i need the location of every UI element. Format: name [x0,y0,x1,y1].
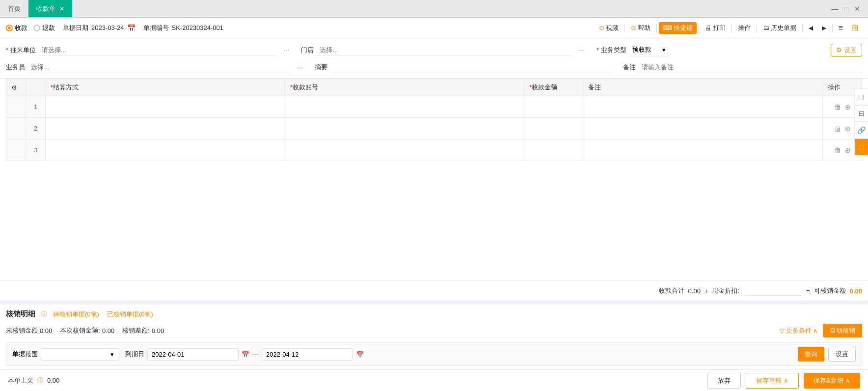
calendar-start-icon[interactable]: 📅 [242,351,249,358]
row-1-amount[interactable] [524,96,583,118]
filter-icon: ▽ [780,327,785,335]
tab-receipt[interactable]: 收款单 ✕ [28,0,72,17]
divider4 [732,24,732,32]
row-1-amount-input[interactable] [524,96,583,117]
divider7 [832,24,833,32]
reconcile-info-icon[interactable]: ⓘ [41,310,47,318]
row-1-delete-icon[interactable]: 🗑 [834,103,841,111]
auto-reconcile-button[interactable]: 自动核销 [823,324,862,337]
staff-more-icon[interactable]: ··· [295,63,305,71]
abandon-button[interactable]: 放弃 [707,373,741,389]
form-row-2: 业务员 ··· 摘要 备注 [6,61,862,73]
save-draft-button[interactable]: 保存草稿 ∧ [746,373,799,389]
row-3-account-input[interactable] [285,140,524,161]
layout-button[interactable]: ≡ [835,22,847,34]
minimize-button[interactable]: — [830,3,841,15]
row-3-delete-icon[interactable]: 🗑 [834,146,841,154]
row-2-remark[interactable] [583,118,823,140]
chevron-down-icon: ▾ [110,351,114,358]
calendar-end-icon[interactable]: 📅 [356,351,364,358]
video-button[interactable]: ⊙ 视频 [595,22,623,34]
row-2-amount-input[interactable] [524,118,583,139]
maximize-button[interactable]: □ [842,3,850,15]
divider5 [757,24,757,32]
nav-prev-button[interactable]: ◀ [805,23,817,33]
doc-range-field: 单据范围 ▾ [12,348,119,361]
operate-button[interactable]: 操作 [734,22,755,34]
close-window-button[interactable]: ✕ [852,3,862,15]
staff-input[interactable] [28,61,290,73]
tab-pending[interactable]: 待核销单据(0笔) [53,310,99,319]
reconcile-tabs: 待核销单据(0笔) 已核销单据(0笔) [53,310,153,319]
row-3-remark[interactable] [583,140,823,161]
row-3-copy-icon[interactable]: ⊕ [845,146,851,154]
query-button[interactable]: 查询 [798,347,824,362]
shortcut-button[interactable]: ⌨ 快捷键 [659,22,697,34]
right-btn-4[interactable]: ⬚ [854,139,868,155]
print-button[interactable]: 🖨 打印 [701,22,730,34]
row-3-remark-input[interactable] [583,140,822,161]
counterpart-input[interactable] [39,44,277,56]
row-3-amount-input[interactable] [524,140,583,161]
close-tab-icon[interactable]: ✕ [59,5,64,12]
row-1-remark[interactable] [583,96,823,118]
row-2-account[interactable] [285,118,524,140]
store-input[interactable] [317,44,572,56]
remark-field: 备注 [623,61,862,73]
row-3-settle-input[interactable] [46,140,285,161]
form-section: 往来单位 ··· 门店 ··· 业务类型 预收款 ▾ ⚙ 设置 [0,38,868,79]
table-row: 2 🗑 ⊕ [6,118,862,140]
row-1-remark-input[interactable] [583,96,822,117]
row-1-settle-input[interactable] [46,96,285,117]
right-btn-1[interactable]: ▤ [854,88,868,105]
row-1-copy-icon[interactable]: ⊕ [845,103,851,111]
summary-input[interactable] [330,61,614,73]
row-2-account-input[interactable] [285,118,524,139]
nav-next-button[interactable]: ▶ [818,23,830,33]
doc-range-select[interactable]: ▾ [41,348,119,361]
history-icon: 🗂 [763,24,769,31]
tab-home[interactable]: 首页 [0,0,28,17]
right-btn-3[interactable]: 🔗 [854,122,868,139]
remark-input[interactable] [639,61,862,73]
reconcile-settings-button[interactable]: 设置 [828,347,856,362]
footer-left: 本单上欠 ⓘ 0.00 [8,376,59,385]
tab-done[interactable]: 已核销单据(0笔) [107,310,153,319]
counterpart-label: 往来单位 [6,46,36,55]
save-new-button[interactable]: 保存&新增 ∧ [804,373,860,389]
more-filter-button[interactable]: ▽ 更多条件 ∧ [780,326,818,335]
counterpart-more-icon[interactable]: ··· [282,46,292,54]
right-btn-2[interactable]: ⊟ [854,105,868,122]
row-3-settle[interactable] [46,140,285,161]
calendar-icon[interactable]: 📅 [127,24,136,32]
row-1-account[interactable] [285,96,524,118]
radio-refund-dot [33,25,40,31]
discount-input[interactable] [743,286,802,296]
date-start-input[interactable] [147,348,239,361]
history-button[interactable]: 🗂 历史单据 [759,22,800,34]
date-range-field: 到期日 📅 — 📅 [125,348,364,361]
row-2-copy-icon[interactable]: ⊕ [845,125,851,133]
row-2-settle-input[interactable] [46,118,285,139]
radio-collect[interactable]: 收款 [6,24,27,32]
row-2-amount[interactable] [524,118,583,140]
settings-button[interactable]: ⚙ 设置 [831,44,862,56]
store-more-icon[interactable]: ··· [577,46,587,54]
row-2-remark-input[interactable] [583,118,822,139]
row-3-amount[interactable] [524,140,583,161]
shortcut-icon: ⌨ [663,24,672,31]
settle-method-header: *结算方式 [46,79,285,96]
row-1-settle[interactable] [46,96,285,118]
help-icon: ⊙ [631,24,636,31]
row-2-settle[interactable] [46,118,285,140]
help-button[interactable]: ⊙ 帮助 [627,22,654,34]
business-type-select[interactable]: 预收款 ▾ [629,43,669,56]
date-end-input[interactable] [262,348,353,361]
orange-layout-button[interactable]: ⊞ [848,22,862,34]
radio-refund[interactable]: 退款 [33,24,55,32]
row-1-account-input[interactable] [285,96,524,117]
row-3-account[interactable] [285,140,524,161]
footer-info-icon[interactable]: ⓘ [37,376,43,385]
gear-col-header[interactable]: ⚙ [6,79,26,96]
row-2-delete-icon[interactable]: 🗑 [834,125,841,133]
